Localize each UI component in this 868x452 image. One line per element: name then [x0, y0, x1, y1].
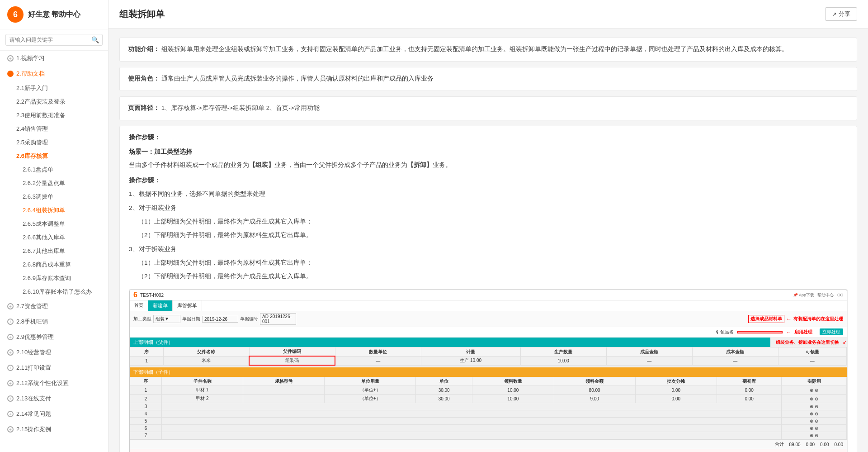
mock-tab-newdoc[interactable]: 新建单: [148, 300, 173, 311]
sidebar-item-otherin[interactable]: 2.6.6其他入库单: [0, 231, 108, 244]
sidebar-item-otherout[interactable]: 2.6.7其他出库单: [0, 244, 108, 258]
cell-l2-name: 甲材 2: [161, 395, 243, 403]
cell-available: —: [778, 356, 846, 365]
table-row: 1 米米 组装码 — 生产 10.00 10.00 — — —: [130, 356, 847, 365]
sidebar-item-install[interactable]: 2.2产品安装及登录: [0, 95, 108, 109]
sidebar-item-label: 2.10经营管理: [16, 348, 51, 357]
col-child-cost2: 批次分摊: [635, 377, 717, 386]
cell-l4-seq: 4: [130, 410, 162, 418]
cell-l1-c2: 0.00: [635, 386, 717, 395]
plus-icon: +: [7, 411, 14, 417]
scene1-desc: 当由多个子件材料组装成一个成品的业务为【组装】业务，当由一个父件拆分成多个子产品…: [129, 160, 848, 171]
sidebar-item-sales[interactable]: 2.4销售管理: [0, 122, 108, 136]
sidebar-item-videos[interactable]: + 1.视频学习: [0, 51, 108, 66]
cell-l2-c1: 9.00: [554, 395, 635, 403]
sidebar-item-customize[interactable]: + 2.12系统个性化设置: [0, 376, 108, 391]
step-3: 3、对于拆装业务: [129, 244, 848, 255]
sidebar-item-label: 2.帮助文档: [16, 70, 45, 78]
sidebar-item-splitcount[interactable]: 2.6.2分量盘点单: [0, 176, 108, 190]
sidebar-item-purchase[interactable]: 2.5采购管理: [0, 136, 108, 149]
mock-store-id: TEST-H002: [140, 293, 164, 298]
step-1: 1、根据不同的业务，选择不同单据的类型来处理: [129, 189, 848, 200]
table-row-lower-7: 7 ⊕ ⊖: [130, 432, 847, 439]
mock-tab-label: 新建单: [153, 303, 168, 308]
col-child-cost1: 领料金额: [554, 377, 635, 386]
sidebar-item-inventory[interactable]: 2.6库存核算: [0, 149, 108, 163]
sidebar-item-cases[interactable]: + 2.15操作案例: [0, 422, 108, 437]
cell-l3-empty: [161, 403, 782, 410]
col-child-unit: 规格型号: [243, 377, 325, 386]
footer-val3: 0.00: [820, 442, 829, 447]
sidebar-item-ledger[interactable]: 2.6.9库存账本查询: [0, 271, 108, 285]
cell-measure: 生产 10.00: [421, 356, 520, 365]
mock-date-input[interactable]: 2019-12-26: [202, 316, 238, 323]
table-row-lower-1: 1 甲材 1 （单位+） 30.00 10.00 80.00 0.00 0.00…: [130, 386, 847, 395]
sidebar-item-faq[interactable]: + 2.14常见问题: [0, 406, 108, 422]
screenshot-container: 6 TEST-H002 📌 App下载 帮助中心 CC 首页 新建单 库管拆单: [129, 289, 848, 452]
sidebar-item-onlinepay[interactable]: + 2.13在线支付: [0, 391, 108, 406]
cell-l2-c2: 0.00: [635, 395, 717, 403]
cell-code-value: 组装码: [285, 358, 299, 363]
step-2: 2、对于组装业务: [129, 203, 848, 214]
mock-bottom-annotation: 无固定清单可在组装在这里录入 ↑: [130, 449, 847, 452]
sidebar-item-finance[interactable]: + 2.7资金管理: [0, 299, 108, 314]
mock-tab-home[interactable]: 首页: [130, 300, 148, 311]
sidebar-item-adjust[interactable]: 2.6.3调拨单: [0, 190, 108, 204]
sidebar-subsub-label: 2.6.3调拨单: [23, 193, 53, 200]
share-icon: ↗: [832, 11, 837, 18]
share-label: 分享: [839, 10, 850, 18]
search-icon[interactable]: 🔍: [91, 36, 99, 43]
sidebar-item-print[interactable]: + 2.11打印设置: [0, 360, 108, 376]
assembly-keyword: 【组装】: [249, 162, 274, 168]
step-list: 1、根据不同的业务，选择不同单据的类型来处理 2、对于组装业务 （1）上部明细为…: [129, 189, 848, 282]
sidebar-item-newcomer[interactable]: 2.1新手入门: [0, 81, 108, 95]
sidebar-subsub-label: 2.6.6其他入库单: [23, 234, 65, 241]
sidebar-item-prepare[interactable]: 2.3使用前数据准备: [0, 109, 108, 122]
mock-footer: 合计 89.00 0.00 0.00 0.00: [130, 439, 847, 449]
sidebar-item-mobile[interactable]: + 2.8手机旺铺: [0, 314, 108, 329]
mock-nav-icons: 📌 App下载 帮助中心 CC: [793, 292, 843, 298]
cell-l1-unit: [243, 386, 325, 395]
sidebar-sub-label: 2.4销售管理: [16, 125, 48, 132]
footer-val1: 89.00: [789, 442, 801, 447]
plus-icon: +: [7, 395, 14, 402]
share-button[interactable]: ↗ 分享: [825, 7, 857, 21]
sidebar-item-assembly[interactable]: 2.6.4组装拆卸单: [0, 204, 108, 217]
mock-tab-bar: 首页 新建单 库管拆单: [130, 300, 847, 311]
sidebar-item-costadj[interactable]: 2.6.5成本调整单: [0, 217, 108, 231]
mock-confirm-btn[interactable]: 立即处理: [820, 329, 843, 335]
path-label: 页面路径：: [128, 105, 160, 111]
sidebar-subsub-label: 2.6.9库存账本查询: [23, 275, 71, 281]
main-content: 组装拆卸单 ↗ 分享 功能介绍： 组装拆卸单用来处理企业组装或拆卸等加工业务，支…: [108, 0, 868, 452]
col-child-measure: 单位: [416, 377, 472, 386]
sidebar-item-ledgererr[interactable]: 2.6.10库存账本错了怎么办: [0, 285, 108, 299]
col-child-use: 领料数量: [472, 377, 554, 386]
sidebar-sub-label: 2.5采购管理: [16, 139, 48, 146]
cell-l2-use: 10.00: [472, 395, 554, 403]
plus-icon: +: [7, 319, 14, 325]
arrow-icon3: ↙: [843, 339, 847, 345]
search-input[interactable]: [5, 34, 103, 46]
mock-enable-input[interactable]: [737, 331, 783, 333]
logo-icon: 6: [7, 6, 24, 23]
path-block: 页面路径： 1、库存核算->库存管理->组装拆卸单 2、首页->常用功能: [119, 96, 857, 120]
sidebar-item-coupon[interactable]: + 2.9优惠券管理: [0, 329, 108, 345]
mock-type-input[interactable]: 组装▼: [153, 315, 180, 323]
cell-l5-seq: 5: [130, 418, 162, 425]
sidebar-item-costcalc[interactable]: 2.6.8商品成本重算: [0, 258, 108, 271]
intro-block: 功能介绍： 组装拆卸单用来处理企业组装或拆卸等加工业务，支持有固定装配清单的产品…: [119, 38, 857, 62]
sidebar-item-ops[interactable]: + 2.10经营管理: [0, 345, 108, 360]
sidebar-item-label: 2.8手机旺铺: [16, 318, 48, 326]
footer-val2: 0.00: [806, 442, 815, 447]
mock-num-label: 单据编号: [240, 316, 258, 322]
cell-l1-m: 30.00: [416, 386, 472, 395]
arrow-icon2: ←: [786, 330, 791, 335]
mock-tab-list[interactable]: 库管拆单: [173, 300, 202, 311]
mock-num-input[interactable]: AD-20191226-001: [260, 313, 296, 325]
sidebar-item-docs[interactable]: − 2.帮助文档: [0, 66, 108, 81]
cell-l7-empty: [161, 432, 782, 439]
ops-title: 操作步骤：: [129, 133, 848, 142]
sidebar-item-stockcount[interactable]: 2.6.1盘点单: [0, 163, 108, 176]
search-box[interactable]: 🔍: [0, 29, 108, 51]
sidebar-item-label: 2.13在线支付: [16, 395, 51, 403]
